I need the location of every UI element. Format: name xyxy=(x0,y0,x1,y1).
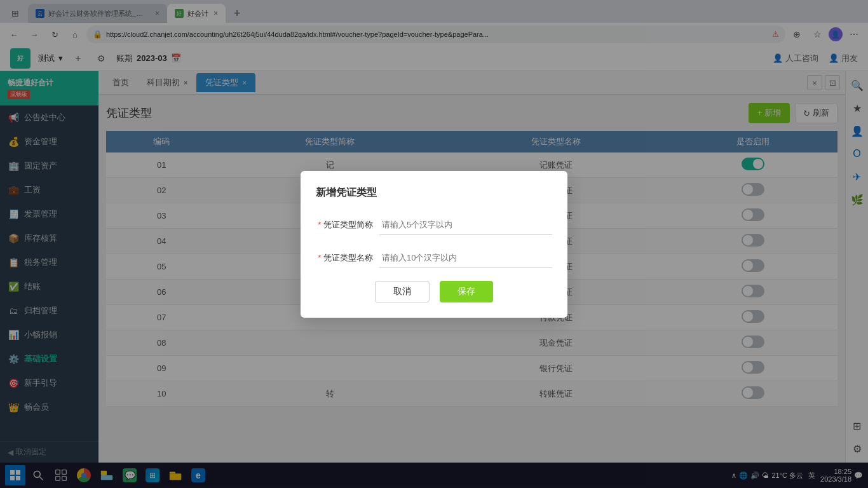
modal-title: 新增凭证类型 xyxy=(316,186,552,200)
new-voucher-type-modal: 新增凭证类型 凭证类型简称 凭证类型名称 取消 保存 xyxy=(301,171,567,318)
abbr-form-row: 凭证类型简称 xyxy=(316,215,552,235)
name-form-row: 凭证类型名称 xyxy=(316,248,552,268)
save-button[interactable]: 保存 xyxy=(440,281,493,302)
abbr-label: 凭证类型简称 xyxy=(316,219,373,231)
abbr-input[interactable] xyxy=(379,215,552,235)
modal-overlay: 新增凭证类型 凭证类型简称 凭证类型名称 取消 保存 xyxy=(0,0,868,488)
cancel-button[interactable]: 取消 xyxy=(375,281,430,302)
name-label: 凭证类型名称 xyxy=(316,252,373,264)
modal-footer: 取消 保存 xyxy=(316,281,552,302)
name-input[interactable] xyxy=(379,248,552,268)
